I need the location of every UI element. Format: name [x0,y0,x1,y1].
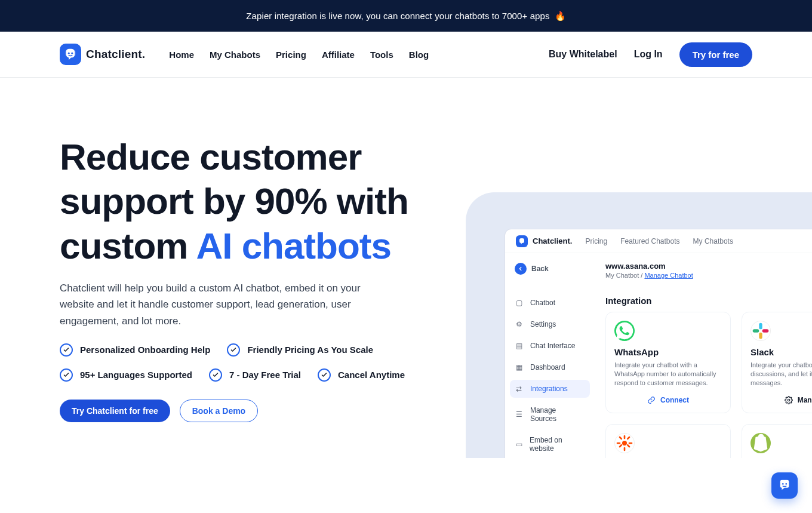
chat-icon: ▢ [516,299,524,307]
integration-action-label: Connect [660,396,689,404]
svg-rect-10 [624,435,626,439]
nav-link-mychatbots[interactable]: My Chabots [210,50,260,60]
nav-links: Home My Chabots Pricing Affiliate Tools … [169,50,429,60]
feature-label: 95+ Languages Supported [80,370,192,380]
try-chatclient-button[interactable]: Try Chatclient for free [60,400,170,422]
site-title: www.asana.com My Chatbot / Manage Chatbo… [605,262,812,279]
try-for-free-button[interactable]: Try for free [679,42,752,67]
brand-logo-link[interactable]: Chatclient. [60,44,145,65]
book-demo-button[interactable]: Book a Demo [180,400,258,422]
dashboard-icon: ▦ [516,363,524,371]
app-topnav-featured[interactable]: Featured Chatbots [620,237,679,245]
sidebar-item-chat-interface[interactable]: ▤Chat Interface [510,337,590,355]
zapier-icon [614,433,635,453]
svg-rect-6 [759,333,762,339]
feature-item: 7 - Day Free Trial [209,368,301,382]
chatclient-logo-icon [60,44,81,65]
check-circle-icon [60,343,73,357]
svg-rect-16 [626,436,630,440]
message-icon: ▤ [516,342,524,350]
sidebar-item-chatbot[interactable]: ▢Chatbot [510,294,590,312]
showcase-panel: Chatclient. Pricing Featured Chatbots My… [466,192,812,458]
plug-icon: ⇄ [516,385,524,393]
integration-card-zapier: Zapier Seamlessly connect your chatbot t… [605,424,731,458]
svg-point-2 [71,53,73,54]
sidebar-item-label: Dashboard [530,363,565,371]
integration-desc: Integrate your chatbot with Slack in dis… [751,361,812,388]
feature-label: Personalized Onboarding Help [80,345,210,355]
sidebar-item-label: Chat Interface [530,342,575,350]
nav-link-pricing[interactable]: Pricing [276,50,306,60]
svg-point-1 [68,53,70,54]
svg-rect-15 [626,444,630,448]
sidebar-item-integrations[interactable]: ⇄Integrations [510,380,590,398]
sidebar-item-label: Embed on website [530,436,584,453]
slack-icon [751,321,771,341]
hero-title: Reduce customer support by 90% with cust… [60,135,445,268]
back-row[interactable]: Back [510,260,590,277]
app-preview-window: Chatclient. Pricing Featured Chatbots My… [505,229,812,458]
check-circle-icon [209,368,222,382]
feature-list: Personalized Onboarding Help Friendly Pr… [60,343,445,382]
feature-label: Friendly Pricing As You Scale [247,345,373,355]
sidebar-item-label: Settings [530,320,556,328]
integration-action-label: Manage [798,396,812,404]
hero-cta-row: Try Chatclient for free Book a Demo [60,400,445,422]
shopify-icon [751,433,771,453]
integration-card-slack: Slack Integrate your chatbot with Slack … [742,312,812,413]
svg-rect-11 [624,447,626,451]
integration-title: Slack [751,347,812,357]
sidebar-item-label: Manage Sources [530,406,584,423]
feature-item: Personalized Onboarding Help [60,343,210,357]
svg-rect-7 [762,329,769,332]
hero-title-accent: AI chatbots [196,225,391,266]
back-label: Back [531,265,549,273]
check-circle-icon [60,368,73,382]
nav-link-tools[interactable]: Tools [370,50,393,60]
svg-point-9 [622,441,627,446]
integration-title: WhatsApp [614,347,722,357]
feature-item: Friendly Pricing As You Scale [227,343,373,357]
nav-link-blog[interactable]: Blog [409,50,429,60]
breadcrumb: My Chatbot / Manage Chatbot [605,272,812,279]
buy-whitelabel-link[interactable]: Buy Whitelabel [549,49,617,60]
sidebar-item-dashboard[interactable]: ▦Dashboard [510,358,590,376]
feature-label: Cancel Anytime [338,370,405,380]
app-brand: Chatclient. [516,235,572,247]
sidebar-item-settings[interactable]: ⚙Settings [510,315,590,333]
sources-icon: ☰ [516,410,524,419]
svg-rect-5 [753,329,759,332]
back-arrow-icon [515,263,527,275]
site-domain: www.asana.com [605,262,666,271]
integration-action[interactable]: Manage [751,396,812,404]
brand-name: Chatclient. [86,48,145,61]
fire-icon: 🔥 [555,11,566,21]
nav-link-home[interactable]: Home [169,50,194,60]
sidebar-item-manage-sources[interactable]: ☰Manage Sources [510,401,590,428]
announcement-text: Zapier integration is live now, you can … [246,11,549,21]
app-sidebar: Back ▢Chatbot ⚙Settings ▤Chat Interface … [505,253,595,458]
svg-rect-14 [619,436,623,440]
app-brand-name: Chatclient. [533,236,572,245]
sidebar-item-embed[interactable]: ▭Embed on website [510,431,590,457]
integration-desc: Integrate your chatbot with a WhatsApp n… [614,361,722,388]
feature-item: 95+ Languages Supported [60,368,192,382]
integration-card-shopify: Shopify Let your chatbot assist Shopify … [742,424,812,458]
breadcrumb-link[interactable]: Manage Chatbot [644,272,693,279]
gear-icon: ⚙ [516,320,524,328]
whatsapp-icon [614,321,635,341]
app-topnav-pricing[interactable]: Pricing [585,237,607,245]
integration-action[interactable]: Connect [614,396,722,404]
svg-rect-17 [619,444,623,448]
embed-icon: ▭ [516,440,524,449]
app-topbar: Chatclient. Pricing Featured Chatbots My… [505,229,812,253]
main-nav: Chatclient. Home My Chabots Pricing Affi… [0,32,812,78]
announcement-banner[interactable]: Zapier integration is live now, you can … [0,0,812,32]
chatclient-logo-icon [516,235,528,247]
nav-link-affiliate[interactable]: Affiliate [322,50,355,60]
app-topnav-my[interactable]: My Chatbots [693,237,733,245]
login-link[interactable]: Log In [634,49,663,60]
svg-rect-4 [759,323,762,330]
sidebar-item-label: Chatbot [530,299,555,307]
check-circle-icon [227,343,240,357]
